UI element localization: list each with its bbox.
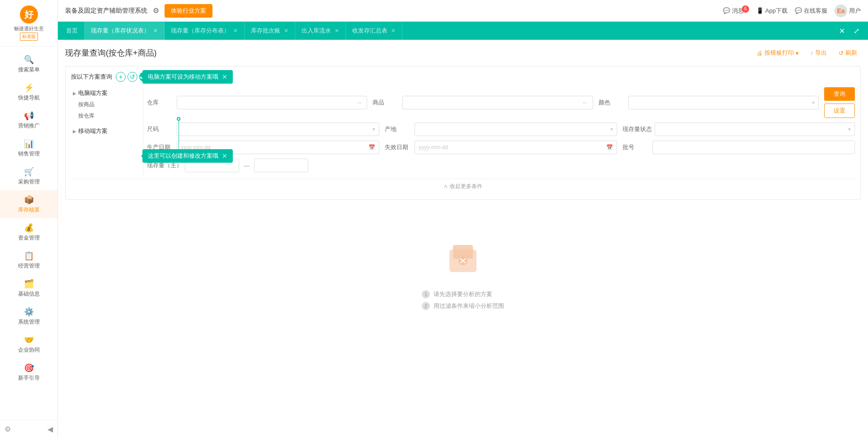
enterprise-icon: 🤝 (24, 335, 34, 345)
expire-date-placeholder: yyyy-mm-dd (419, 144, 448, 151)
tab-inout-flow[interactable]: 出入库流水 ✕ (295, 22, 346, 40)
origin-label: 产地 (385, 125, 412, 133)
refresh-scheme-btn[interactable]: ↺ (127, 72, 137, 82)
topbar: 装备及固定资产辅助管理系统 ⚙ 体验行业方案 💬 消息 6 📱 App下载 💬 … (58, 0, 868, 22)
export-icon: ↑ (811, 50, 814, 57)
batch-field: 批号 (623, 141, 855, 154)
message-btn[interactable]: 💬 消息 6 (723, 7, 749, 15)
sidebar-item-search[interactable]: 🔍 搜索菜单 (0, 50, 57, 78)
empty-step-1: 1 请先选择要分析的方案 (422, 290, 504, 298)
tab-inventory-dist[interactable]: 现存量（库存分布表） ✕ (165, 22, 245, 40)
tab-recv-summary[interactable]: 收发存汇总表 ✕ (346, 22, 402, 40)
tab-inventory-status-label: 现存量（库存状况表） (91, 27, 150, 35)
tabbar: 首页 现存量（库存状况表） ✕ 现存量（库存分布表） ✕ 库存批次账 ✕ 出入库… (58, 22, 868, 40)
sidebar-item-operations[interactable]: 📋 经营管理 (0, 246, 57, 274)
online-service-btn[interactable]: 💬 在线客服 (795, 7, 827, 15)
print-arrow-icon: ▾ (796, 50, 799, 57)
expand-btn[interactable]: ⤢ (850, 24, 863, 37)
logo-icon: 好 (20, 5, 38, 24)
tab-recv-summary-close[interactable]: ✕ (391, 28, 396, 34)
connector-dot-top (177, 117, 180, 121)
sidebar-collapse-icon[interactable]: ◀ (47, 425, 53, 433)
sidebar-item-basic-info[interactable]: 🗂️ 基础信息 (0, 274, 57, 302)
sidebar-item-finance[interactable]: 💰 资金管理 (0, 218, 57, 246)
origin-field: 产地 ▾ (385, 122, 617, 136)
close-all-tabs-btn[interactable]: ✕ (835, 24, 848, 37)
avatar: Ea (835, 5, 847, 17)
message-icon: 💬 (723, 7, 730, 14)
step-num-2: 2 (422, 302, 430, 310)
page-title: 现存量查询(按仓库+商品) (65, 47, 157, 58)
stock-status-chevron: ▾ (848, 126, 851, 132)
search-btn[interactable]: 查询 (824, 87, 855, 101)
operations-icon: 📋 (24, 251, 34, 261)
print-template-btn[interactable]: 🖨 按模板打印 ▾ (753, 47, 802, 59)
add-scheme-btn[interactable]: + (116, 72, 126, 82)
scheme-tooltip-text: 电脑方案可设为移动方案哦 (148, 73, 218, 81)
sidebar-item-enterprise[interactable]: 🤝 企业协同 (0, 330, 57, 358)
sidebar-item-label: 营销推广 (18, 122, 40, 130)
sidebar-item-quick-nav[interactable]: ⚡ 快捷导航 (0, 78, 57, 106)
sidebar-item-label: 搜索菜单 (18, 66, 40, 74)
stock-status-select[interactable]: ▾ (655, 122, 855, 136)
collapse-bar[interactable]: ∧ 收起更多条件 (71, 179, 855, 194)
stock-main-field: 现存量（主） — (147, 159, 855, 172)
tab-batch-account[interactable]: 库存批次账 ✕ (245, 22, 295, 40)
scheme-item-by-warehouse[interactable]: 按仓库 (71, 110, 139, 122)
batch-input[interactable] (652, 141, 855, 154)
goods-select[interactable]: ··· (402, 96, 593, 109)
warehouse-select[interactable]: ··· (177, 96, 367, 109)
page-header: 现存量查询(按仓库+商品) 🖨 按模板打印 ▾ ↑ 导出 ↺ 刷新 (65, 47, 861, 59)
filter-form: 仓库 ··· 商品 ··· (147, 87, 855, 177)
sidebar-item-sales[interactable]: 📊 销售管理 (0, 134, 57, 162)
stock-status-label: 现存量状态 (623, 125, 652, 133)
sidebar-settings-icon[interactable]: ⚙ (5, 425, 11, 433)
size-chevron: ▾ (373, 126, 375, 132)
tab-batch-account-close[interactable]: ✕ (284, 28, 288, 34)
user-info[interactable]: Ea 用户 (835, 5, 861, 17)
desktop-group-title[interactable]: ▶ 电脑端方案 (71, 87, 139, 99)
tab-inout-flow-close[interactable]: ✕ (335, 28, 339, 34)
expire-date-input[interactable]: yyyy-mm-dd 📅 (415, 141, 617, 154)
warehouse-field: 仓库 ··· (147, 96, 367, 109)
size-label: 尺码 (147, 125, 174, 133)
logo-text: 畅捷通好生意 (14, 25, 44, 32)
tab-home[interactable]: 首页 (60, 22, 85, 40)
empty-step-2: 2 用过滤条件来缩小分析范围 (422, 302, 504, 310)
sidebar-item-inventory[interactable]: 📦 库存核算 (0, 190, 57, 218)
desktop-group-label: 电脑端方案 (78, 89, 108, 97)
edit-tooltip-close-btn[interactable]: ✕ (222, 152, 227, 160)
mobile-group-label: 移动端方案 (78, 127, 108, 135)
goods-field: 商品 ··· (373, 96, 593, 109)
scheme-tooltip-close-btn[interactable]: ✕ (222, 73, 227, 80)
color-select[interactable]: ▾ (628, 96, 819, 109)
tab-inventory-status-close[interactable]: ✕ (153, 28, 158, 34)
export-btn[interactable]: ↑ 导出 (807, 47, 831, 59)
size-select[interactable]: ▾ (177, 122, 379, 136)
reset-btn[interactable]: 设置 (824, 104, 855, 118)
batch-label: 批号 (623, 143, 650, 151)
tab-inventory-dist-close[interactable]: ✕ (233, 28, 238, 34)
sidebar-item-system[interactable]: ⚙️ 系统管理 (0, 302, 57, 330)
goods-label: 商品 (373, 99, 400, 107)
app-download-btn[interactable]: 📱 App下载 (756, 7, 788, 15)
tab-inventory-status[interactable]: 现存量（库存状况表） ✕ (85, 22, 165, 40)
stock-main-to-input[interactable] (254, 159, 308, 172)
scheme-item-by-goods[interactable]: 按商品 (71, 99, 139, 110)
topbar-settings-icon[interactable]: ⚙ (153, 6, 159, 15)
desktop-group-arrow: ▶ (73, 91, 76, 96)
app-label: App下载 (765, 7, 788, 15)
origin-select[interactable]: ▾ (415, 122, 617, 136)
sidebar-item-guide[interactable]: 🎯 新手引导 (0, 358, 57, 386)
sidebar-item-label: 快捷导航 (18, 94, 40, 102)
sidebar-item-purchase[interactable]: 🛒 采购管理 (0, 162, 57, 190)
empty-icon (440, 236, 486, 281)
sidebar-item-marketing[interactable]: 📢 营销推广 (0, 106, 57, 134)
printer-icon: 🖨 (757, 50, 763, 57)
trial-btn[interactable]: 体验行业方案 (165, 4, 212, 18)
filter-row-3: 生产日期 yyyy-mm-dd 📅 失效日期 yyyy-mm-dd (147, 141, 855, 154)
color-label: 颜色 (599, 99, 626, 107)
sidebar-item-label: 基础信息 (18, 290, 40, 298)
mobile-group-title[interactable]: ▶ 移动端方案 (71, 125, 139, 137)
refresh-btn[interactable]: ↺ 刷新 (835, 47, 861, 59)
